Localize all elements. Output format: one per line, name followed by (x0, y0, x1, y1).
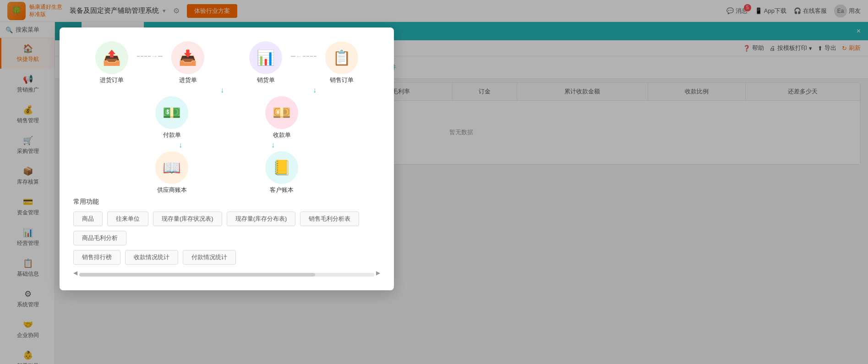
flow-node-sales-order: 📋 销售订单 (317, 41, 367, 84)
receipt-circle[interactable]: 💴 (265, 96, 298, 129)
supplier-ledger-circle[interactable]: 📖 (155, 151, 188, 184)
common-btn-grid-2: 销售排行榜 收款情况统计 付款情况统计 (73, 250, 380, 265)
func-btn-partner[interactable]: 往来单位 (107, 212, 148, 226)
common-functions: 常用功能 商品 往来单位 现存量(库存状况表) 现存量(库存分布表) 销售毛利分… (73, 198, 380, 265)
sales-bill-circle[interactable]: 📊 (249, 41, 282, 74)
purchase-bill-label: 进货单 (179, 76, 197, 84)
purchase-order-circle[interactable]: 📤 (95, 41, 128, 74)
sales-bill-label: 销货单 (257, 76, 275, 84)
modal-scrollbar-thumb (79, 273, 315, 277)
purchase-order-label: 进货订单 (100, 76, 124, 84)
common-functions-title: 常用功能 (73, 198, 380, 206)
func-btn-goods[interactable]: 商品 (73, 212, 103, 226)
modal-content: 📤 进货订单 → 📥 进货单 (60, 27, 394, 290)
flow-row-2: 💵 付款单 💴 收款单 (73, 96, 380, 139)
modal-overlay[interactable]: 📤 进货订单 → 📥 进货单 (0, 0, 868, 364)
flow-node-purchase-order: 📤 进货订单 (87, 41, 137, 84)
flow-row-3: 📖 供应商账本 📒 客户账本 (73, 151, 380, 194)
flow-node-receipt: 💴 收款单 (257, 96, 307, 139)
flow-node-supplier-ledger: 📖 供应商账本 (147, 151, 197, 194)
payment-label: 付款单 (163, 131, 181, 139)
connector-2: ← (291, 52, 317, 60)
flow-arrows-down-row2: ↓ ↓ (73, 141, 380, 149)
modal-scrollbar-row: ◀ ▶ (73, 269, 380, 277)
func-btn-receipt-stat[interactable]: 收款情况统计 (125, 250, 178, 265)
customer-ledger-circle[interactable]: 📒 (265, 151, 298, 184)
flow-node-purchase-bill: 📥 进货单 (163, 41, 213, 84)
modal-scrollbar[interactable] (79, 273, 374, 277)
purchase-bill-circle[interactable]: 📥 (171, 41, 204, 74)
func-btn-payment-stat[interactable]: 付款情况统计 (183, 250, 236, 265)
flow-node-customer-ledger: 📒 客户账本 (257, 151, 307, 194)
sales-order-circle[interactable]: 📋 (325, 41, 358, 74)
common-btn-grid-1: 商品 往来单位 现存量(库存状况表) 现存量(库存分布表) 销售毛利分析表 商品… (73, 212, 380, 245)
func-btn-sales-rank[interactable]: 销售排行榜 (73, 250, 120, 265)
sales-order-label: 销售订单 (330, 76, 354, 84)
supplier-ledger-label: 供应商账本 (157, 186, 187, 194)
scroll-right-icon[interactable]: ▶ (376, 270, 380, 276)
payment-circle[interactable]: 💵 (155, 96, 188, 129)
func-btn-goods-profit[interactable]: 商品毛利分析 (73, 231, 126, 245)
func-btn-stock-dist[interactable]: 现存量(库存分布表) (227, 212, 296, 226)
func-btn-stock-status[interactable]: 现存量(库存状况表) (153, 212, 222, 226)
flow-row-1: 📤 进货订单 → 📥 进货单 (73, 41, 380, 84)
flow-node-sales-bill: 📊 销货单 (240, 41, 291, 84)
connector-1: → (137, 52, 163, 60)
func-btn-sales-profit[interactable]: 销售毛利分析表 (300, 212, 359, 226)
receipt-label: 收款单 (273, 131, 291, 139)
customer-ledger-label: 客户账本 (270, 186, 294, 194)
flow-node-payment: 💵 付款单 (147, 96, 197, 139)
flow-arrows-down-row: ↓ ↓ (73, 86, 380, 94)
scroll-left-icon[interactable]: ◀ (73, 270, 77, 276)
quick-nav-modal: 📤 进货订单 → 📥 进货单 (60, 27, 394, 290)
